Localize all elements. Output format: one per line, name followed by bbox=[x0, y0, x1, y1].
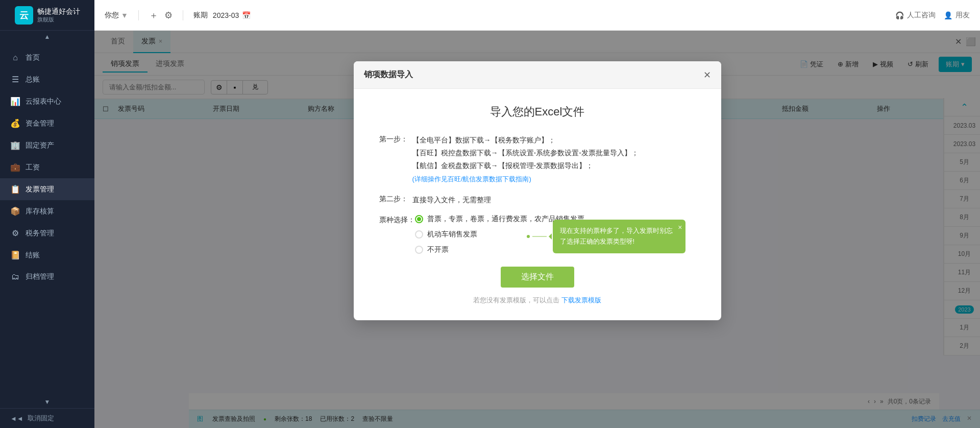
sidebar-item-label: 结账 bbox=[26, 251, 40, 260]
step1-content: 【全电平台】数据下载→【税务数字账户】； 【百旺】税控盘数据下载→【系统设置-系… bbox=[412, 134, 639, 185]
cancel-fixed-btn[interactable]: ◄◄ 取消固定 bbox=[0, 408, 94, 428]
sidebar-item-ledger[interactable]: ☰ 总账 bbox=[0, 68, 94, 90]
logo-icon: 云 bbox=[15, 6, 33, 25]
modal-overlay: 销项数据导入 ✕ 导入您的Excel文件 第一步： 【全电平台】数据下载→【税务… bbox=[94, 31, 980, 428]
ticket-vehicle[interactable]: 机动车销售发票 × 现在支持的票种多了，导入发票时别忘了选择正确的发票类型呀! bbox=[415, 230, 584, 239]
sidebar-item-settle[interactable]: 📔 结账 bbox=[0, 244, 94, 266]
cancel-fixed-icon: ◄◄ bbox=[10, 415, 23, 422]
radio-general[interactable] bbox=[415, 215, 423, 223]
sidebar-item-label: 资金管理 bbox=[26, 119, 54, 128]
report-icon: 📊 bbox=[10, 97, 20, 106]
step1-note: (详细操作见百旺/航信发票数据下载指南) bbox=[412, 173, 639, 185]
period-value: 2023-03 bbox=[213, 11, 239, 19]
company-dropdown-icon: ▼ bbox=[121, 11, 128, 19]
app-sub: 旗舰版 bbox=[37, 16, 80, 23]
sidebar-item-finance[interactable]: 💰 资金管理 bbox=[0, 112, 94, 134]
main-area: 首页 发票 × 销项发票 进项发票 📄 凭证 ⊕ 新增 ▶ 视频 bbox=[94, 31, 980, 428]
ticket-vehicle-label: 机动车销售发票 bbox=[427, 230, 477, 239]
step2-text: 直接导入文件，无需整理 bbox=[412, 196, 491, 204]
sidebar-item-assets[interactable]: 🏢 固定资产 bbox=[0, 134, 94, 156]
company-selector[interactable]: 你您 ▼ bbox=[105, 11, 128, 20]
select-file-btn[interactable]: 选择文件 bbox=[501, 267, 574, 288]
inventory-icon: 📦 bbox=[10, 206, 20, 216]
sidebar-item-inventory[interactable]: 📦 库存核算 bbox=[0, 200, 94, 222]
user-icon: 👤 bbox=[944, 11, 952, 19]
step1-line3: 【航信】金税盘数据下载→【报税管理-发票数据导出】； bbox=[412, 159, 639, 172]
sidebar-item-label: 库存核算 bbox=[26, 207, 54, 216]
sidebar-item-invoice[interactable]: 📋 发票管理 bbox=[0, 178, 94, 200]
step1-line2: 【百旺】税控盘数据下载→【系统设置-系统参数设置-发票批量导入】； bbox=[412, 147, 639, 159]
modal-main-title: 导入您的Excel文件 bbox=[379, 104, 696, 120]
import-modal: 销项数据导入 ✕ 导入您的Excel文件 第一步： 【全电平台】数据下载→【税务… bbox=[354, 61, 721, 320]
period-display: 账期 2023-03 📅 bbox=[193, 11, 251, 20]
sidebar-item-label: 首页 bbox=[26, 53, 40, 62]
step1-label: 第一步： bbox=[379, 134, 412, 144]
modal-close-btn[interactable]: ✕ bbox=[703, 70, 711, 80]
guide-link[interactable]: 百旺/航信发票数据下载指南 bbox=[448, 175, 529, 183]
calendar-icon[interactable]: 📅 bbox=[242, 11, 251, 19]
sidebar-scroll-down[interactable]: ▼ bbox=[0, 396, 94, 408]
sidebar-items: ⌂ 首页 ☰ 总账 📊 云报表中心 💰 资金管理 🏢 固定资产 💼 工资 📋 发… bbox=[0, 43, 94, 396]
ticket-noticket-label: 不开票 bbox=[427, 245, 449, 254]
consult-label: 人工咨询 bbox=[907, 11, 936, 20]
modal-header: 销项数据导入 ✕ bbox=[354, 61, 721, 89]
sidebar-item-label: 发票管理 bbox=[26, 185, 54, 194]
sidebar-item-home[interactable]: ⌂ 首页 bbox=[0, 47, 94, 68]
ticket-label: 票种选择： bbox=[379, 215, 415, 225]
sidebar-item-label: 税务管理 bbox=[26, 229, 54, 238]
topbar-divider2 bbox=[183, 10, 183, 20]
step2-label: 第二步： bbox=[379, 194, 412, 204]
sidebar-item-label: 云报表中心 bbox=[26, 97, 61, 106]
topbar: 你您 ▼ ＋ ⚙ 账期 2023-03 📅 🎧 人工咨询 👤 用友 bbox=[94, 0, 980, 31]
ledger-icon: ☰ bbox=[10, 75, 20, 84]
ticket-row: 票种选择： 普票，专票，卷票，通行费发票，农产品销售发票 机动车销售发票 bbox=[379, 215, 696, 254]
tooltip-box: × 现在支持的票种多了，导入发票时别忘了选择正确的发票类型呀! bbox=[553, 220, 685, 253]
finance-icon: 💰 bbox=[10, 118, 20, 128]
topbar-divider bbox=[138, 10, 139, 20]
salary-icon: 💼 bbox=[10, 162, 20, 172]
sidebar-item-archive[interactable]: 🗂 归档管理 bbox=[0, 266, 94, 288]
sidebar-item-label: 工资 bbox=[26, 163, 40, 172]
topbar-right: 🎧 人工咨询 👤 用友 bbox=[895, 11, 970, 20]
download-template-link[interactable]: 下载发票模版 bbox=[561, 296, 601, 304]
tooltip-line bbox=[532, 236, 547, 236]
tooltip-close-btn[interactable]: × bbox=[678, 222, 682, 233]
sidebar-item-label: 归档管理 bbox=[26, 272, 54, 281]
sidebar-item-tax[interactable]: ⚙ 税务管理 bbox=[0, 222, 94, 244]
tooltip-anchor: × 现在支持的票种多了，导入发票时别忘了选择正确的发票类型呀! bbox=[548, 220, 685, 253]
footer-note-text: 若您没有发票模版，可以点击 bbox=[473, 296, 559, 304]
assets-icon: 🏢 bbox=[10, 140, 20, 150]
app-name: 畅捷通好会计 bbox=[37, 7, 80, 16]
archive-icon: 🗂 bbox=[10, 272, 20, 281]
consult-button[interactable]: 🎧 人工咨询 bbox=[895, 11, 936, 20]
invoice-icon: 📋 bbox=[10, 184, 20, 194]
sidebar-logo: 云 畅捷通好会计 旗舰版 bbox=[0, 0, 94, 31]
sidebar-item-salary[interactable]: 💼 工资 bbox=[0, 156, 94, 178]
home-icon: ⌂ bbox=[10, 53, 20, 62]
modal-footer-note: 若您没有发票模版，可以点击 下载发票模版 bbox=[379, 296, 696, 305]
tooltip-dot bbox=[526, 234, 531, 239]
user-menu[interactable]: 👤 用友 bbox=[944, 11, 970, 20]
tooltip-text: 现在支持的票种多了，导入发票时别忘了选择正确的发票类型呀! bbox=[560, 227, 673, 245]
add-button[interactable]: ＋ bbox=[149, 9, 158, 21]
cancel-fixed-label: 取消固定 bbox=[28, 414, 54, 423]
headset-icon: 🎧 bbox=[895, 11, 904, 19]
sidebar-item-label: 固定资产 bbox=[26, 141, 54, 150]
radio-vehicle[interactable] bbox=[415, 230, 423, 239]
settle-icon: 📔 bbox=[10, 250, 20, 260]
sidebar-item-report[interactable]: 📊 云报表中心 bbox=[0, 90, 94, 112]
tax-icon: ⚙ bbox=[10, 228, 20, 238]
radio-noticket[interactable] bbox=[415, 246, 423, 254]
sidebar: 云 畅捷通好会计 旗舰版 ▲ ⌂ 首页 ☰ 总账 📊 云报表中心 💰 资金管理 … bbox=[0, 0, 94, 428]
ticket-options: 普票，专票，卷票，通行费发票，农产品销售发票 机动车销售发票 × bbox=[415, 215, 584, 254]
settings-icon[interactable]: ⚙ bbox=[164, 10, 173, 21]
period-label: 账期 bbox=[193, 11, 208, 20]
step1-line1: 【全电平台】数据下载→【税务数字账户】； bbox=[412, 134, 639, 147]
modal-title: 销项数据导入 bbox=[364, 69, 413, 80]
step2-row: 第二步： 直接导入文件，无需整理 bbox=[379, 194, 696, 206]
modal-body: 导入您的Excel文件 第一步： 【全电平台】数据下载→【税务数字账户】； 【百… bbox=[354, 89, 721, 320]
user-label: 用友 bbox=[955, 11, 970, 20]
step2-content: 直接导入文件，无需整理 bbox=[412, 194, 491, 206]
company-name: 你您 bbox=[105, 11, 119, 20]
sidebar-scroll-up[interactable]: ▲ bbox=[0, 31, 94, 43]
